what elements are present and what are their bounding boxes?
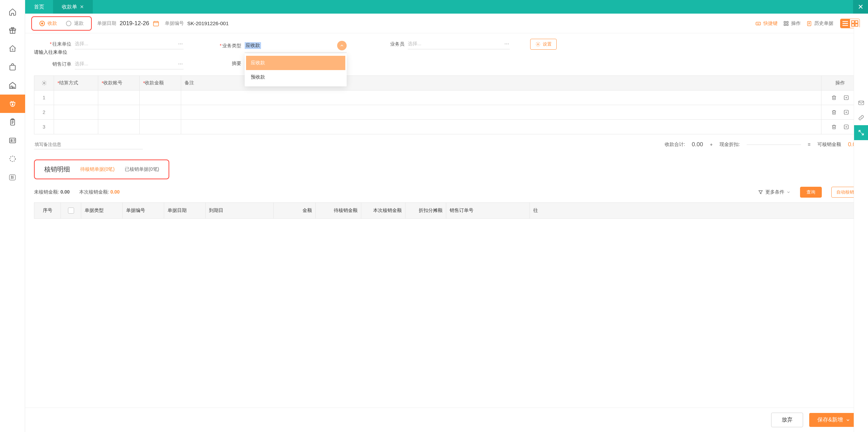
col-acct: *收款账号 [98, 76, 140, 90]
save-and-new-button[interactable]: 保存&新增 [809, 413, 858, 427]
radio-receipt[interactable]: 收款 [39, 20, 57, 27]
view-list-icon[interactable] [840, 19, 850, 28]
verification-title: 核销明细 [44, 165, 70, 174]
trash-icon[interactable] [831, 124, 837, 130]
rail-expand-icon[interactable] [854, 125, 868, 140]
sidebar-refresh-icon[interactable] [0, 150, 25, 168]
col-settle: *结算方式 [54, 76, 98, 90]
content-area: *往来单位 选择... ⋯ 请输入往来单位 *业务类型 应收款 [25, 33, 868, 408]
sidebar-home-icon[interactable] [0, 3, 25, 21]
sidebar-clipboard-icon[interactable] [0, 113, 25, 131]
svg-point-7 [11, 139, 12, 141]
svg-rect-13 [784, 24, 786, 26]
col-doc-code: 单据编号 [123, 203, 164, 218]
table-row: 3 [34, 120, 859, 134]
row-index: 3 [34, 120, 54, 134]
chevron-down-icon [786, 190, 791, 194]
checkbox-icon[interactable] [68, 207, 74, 214]
sales-order-field: 销售订单 选择... ⋯ [34, 59, 184, 69]
plus-sign: + [710, 142, 713, 147]
col-pending-amount: 待核销金额 [316, 203, 361, 218]
view-card-icon[interactable] [850, 19, 860, 28]
trash-icon[interactable] [831, 109, 837, 115]
cell-note[interactable] [181, 90, 821, 105]
svg-rect-10 [756, 22, 761, 25]
svg-rect-12 [787, 21, 788, 23]
col-due-date: 到期日 [206, 203, 274, 218]
sidebar-warehouse-icon[interactable] [0, 76, 25, 95]
svg-rect-14 [787, 24, 788, 26]
salesperson-input[interactable]: 选择... ⋯ [408, 39, 510, 49]
close-app-icon[interactable]: ✕ [853, 0, 868, 14]
more-conditions[interactable]: 更多条件 [758, 189, 791, 195]
rail-link-icon[interactable] [854, 110, 868, 125]
sidebar-new-icon[interactable]: 新 [0, 168, 25, 186]
total-label: 收款合计: [665, 142, 685, 148]
radio-circle-icon [66, 21, 71, 26]
chevron-up-icon[interactable] [337, 41, 347, 50]
footer-bar: 放弃 保存&新增 [25, 408, 868, 432]
grid-icon [783, 20, 789, 27]
left-sidebar: $ 新 [0, 0, 25, 432]
svg-point-8 [10, 156, 15, 162]
cell-settle[interactable] [54, 90, 98, 105]
sidebar-house-money-icon[interactable]: $ [0, 39, 25, 58]
add-row-icon[interactable] [843, 109, 849, 115]
doc-date: 单据日期 2019-12-26 [97, 20, 159, 27]
receipt-type-radio-group: 收款 退款 [31, 16, 92, 31]
party-input[interactable]: 选择... ⋯ [75, 39, 184, 49]
col-tail: 往 [530, 203, 859, 218]
tab-pending-writeoff[interactable]: 待核销单据(0笔) [80, 166, 115, 172]
cash-disc-input[interactable] [747, 145, 801, 145]
biztype-input[interactable]: 应收款 [245, 39, 347, 53]
dropdown-option-advance[interactable]: 预收款 [246, 70, 345, 84]
sidebar-bag-icon[interactable] [0, 58, 25, 76]
gear-header-icon[interactable] [34, 76, 54, 90]
trash-icon[interactable] [831, 95, 837, 101]
gear-icon [535, 41, 541, 47]
party-field: *往来单位 选择... ⋯ [34, 39, 184, 49]
shortcut-link[interactable]: 快捷键 [755, 20, 778, 27]
dropdown-option-receivable[interactable]: 应收款 [246, 56, 345, 70]
col-ops: 操作 [821, 76, 859, 90]
sidebar-id-icon[interactable] [0, 131, 25, 150]
table-row: 2 [34, 105, 859, 120]
doc-date-label: 单据日期 [97, 20, 116, 27]
col-doc-date: 单据日期 [164, 203, 206, 218]
radio-refund[interactable]: 退款 [66, 20, 84, 27]
history-link[interactable]: 历史单据 [806, 20, 833, 27]
sidebar-finance-icon[interactable] [0, 95, 25, 113]
right-rail [854, 27, 868, 432]
svg-rect-16 [852, 20, 854, 23]
tab-bar: 首页 收款单 ✕ ✕ [25, 0, 868, 14]
payment-lines-table: *结算方式 *收款账号 *收款金额 备注 操作 1 [34, 76, 859, 134]
query-button[interactable]: 查询 [800, 187, 822, 198]
doc-no: 单据编号 SK-20191226-001 [165, 20, 229, 27]
ellipsis-icon[interactable]: ⋯ [178, 61, 184, 67]
ellipsis-icon[interactable]: ⋯ [178, 41, 184, 47]
ellipsis-icon[interactable]: ⋯ [504, 41, 510, 47]
filter-icon [758, 189, 763, 195]
rail-mail-icon[interactable] [854, 95, 868, 110]
cell-amt[interactable] [140, 90, 181, 105]
operate-link[interactable]: 操作 [783, 20, 801, 27]
tab-home[interactable]: 首页 [25, 0, 53, 14]
calendar-icon[interactable] [153, 20, 159, 27]
sales-order-input[interactable]: 选择... ⋯ [75, 59, 184, 69]
add-row-icon[interactable] [843, 124, 849, 130]
add-row-icon[interactable] [843, 95, 849, 101]
remark-input[interactable] [34, 140, 143, 149]
doc-date-value[interactable]: 2019-12-26 [120, 20, 149, 27]
col-checkbox[interactable] [61, 203, 81, 218]
svg-rect-11 [784, 21, 786, 23]
settings-button[interactable]: 设置 [530, 39, 557, 50]
tab-done-writeoff[interactable]: 已核销单据(0笔) [125, 166, 159, 172]
cell-acct[interactable] [98, 90, 140, 105]
tab-receipt[interactable]: 收款单 ✕ [53, 0, 93, 14]
svg-rect-19 [855, 24, 858, 26]
biztype-field: *业务类型 应收款 应收款 预收款 [204, 39, 347, 53]
sidebar-gift-icon[interactable] [0, 21, 25, 39]
chevron-down-icon [846, 418, 850, 422]
discard-button[interactable]: 放弃 [771, 413, 803, 427]
close-tab-icon[interactable]: ✕ [80, 4, 84, 10]
